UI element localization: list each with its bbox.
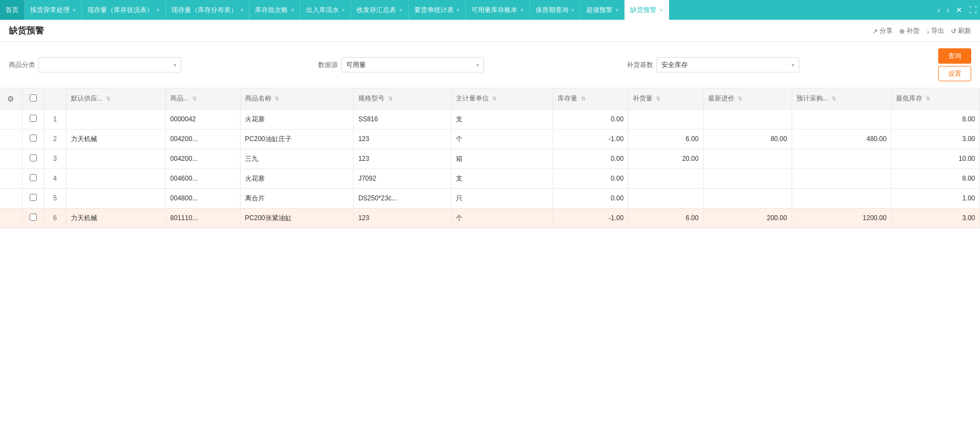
nav-close-button[interactable]: ✕ bbox=[953, 0, 966, 20]
close-icon[interactable]: × bbox=[240, 7, 243, 13]
filter-bar: 商品分类 ▾ 数据源 可用量 ▾ 补货基数 安全库存 ▾ bbox=[0, 42, 980, 88]
tab-shortage[interactable]: 缺货预警 × bbox=[625, 0, 669, 20]
close-icon[interactable]: × bbox=[342, 7, 345, 13]
restock-button[interactable]: ⊕ 补货 bbox=[899, 26, 920, 36]
sort-icon[interactable]: ⇅ bbox=[656, 96, 660, 102]
close-icon[interactable]: × bbox=[659, 7, 662, 13]
close-icon[interactable]: × bbox=[73, 7, 76, 13]
row-min-stock: 1.00 bbox=[891, 188, 979, 208]
refresh-button[interactable]: ↺ 刷新 bbox=[951, 26, 971, 36]
row-gear-cell bbox=[0, 169, 22, 188]
th-sku: 商品... ⇅ bbox=[165, 88, 240, 109]
row-spec: 123 bbox=[354, 149, 452, 169]
tab-avail[interactable]: 可用量库存账本 × bbox=[466, 0, 530, 20]
sort-icon[interactable]: ⇅ bbox=[192, 96, 197, 102]
share-icon: ↗ bbox=[872, 27, 878, 35]
tab-inv2[interactable]: 现存量（库存分布表） × bbox=[166, 0, 249, 20]
sort-icon[interactable]: ⇅ bbox=[926, 96, 930, 102]
row-price bbox=[703, 149, 792, 169]
nav-next-button[interactable]: › bbox=[943, 0, 953, 20]
nav-fullscreen-button[interactable]: ⛶ bbox=[966, 0, 980, 20]
row-min-stock: 10.00 bbox=[891, 149, 979, 169]
row-stock: -1.00 bbox=[553, 208, 628, 228]
export-icon: ↓ bbox=[926, 27, 929, 35]
filter-row: 商品分类 ▾ 数据源 可用量 ▾ 补货基数 安全库存 ▾ bbox=[9, 57, 927, 72]
row-sku: 004200... bbox=[165, 129, 240, 149]
replenish-select[interactable]: 安全库存 ▾ bbox=[656, 57, 799, 72]
row-purchase: 480.00 bbox=[792, 129, 891, 149]
replenish-value: 安全库存 bbox=[661, 60, 688, 70]
row-number: 2 bbox=[44, 129, 66, 149]
row-purchase bbox=[792, 109, 891, 129]
close-icon[interactable]: × bbox=[520, 7, 524, 13]
filter-actions: 查询 设置 bbox=[938, 48, 971, 81]
close-icon[interactable]: × bbox=[291, 7, 294, 13]
row-checkbox[interactable] bbox=[30, 194, 37, 201]
row-checkbox[interactable] bbox=[30, 174, 37, 181]
nav-prev-button[interactable]: ‹ bbox=[934, 0, 944, 20]
row-checkbox[interactable] bbox=[30, 214, 37, 221]
row-supplier: 力天机械 bbox=[66, 208, 165, 228]
row-supplier bbox=[66, 169, 165, 188]
th-price: 最新进价 ⇅ bbox=[703, 88, 792, 109]
row-checkbox[interactable] bbox=[30, 115, 37, 122]
page-title: 缺货预警 bbox=[9, 25, 44, 37]
sort-icon[interactable]: ⇅ bbox=[388, 96, 393, 102]
chevron-down-icon: ▾ bbox=[792, 62, 794, 68]
tab-overstock[interactable]: 超储预警 × bbox=[581, 0, 625, 20]
tab-order[interactable]: 要货单统计表 × bbox=[409, 0, 466, 20]
row-stock: 0.00 bbox=[553, 188, 628, 208]
select-all-checkbox[interactable] bbox=[30, 94, 37, 102]
row-price bbox=[703, 109, 792, 129]
settings-button[interactable]: 设置 bbox=[938, 66, 971, 81]
tab-pick[interactable]: 拣货异常处理 × bbox=[25, 0, 82, 20]
filter-group-category: 商品分类 ▾ bbox=[9, 57, 309, 72]
tab-batch[interactable]: 库存批次账 × bbox=[249, 0, 300, 20]
row-checkbox[interactable] bbox=[30, 154, 37, 161]
share-button[interactable]: ↗ 分享 bbox=[872, 26, 893, 36]
refresh-icon: ↺ bbox=[951, 27, 956, 35]
row-supplier bbox=[66, 149, 165, 169]
tab-home[interactable]: 首页 bbox=[0, 0, 25, 20]
row-price bbox=[703, 188, 792, 208]
th-restock: 补货量 ⇅ bbox=[628, 88, 704, 109]
filter-group-replenish: 补货基数 安全库存 ▾ bbox=[627, 57, 927, 72]
row-stock: 0.00 bbox=[553, 169, 628, 188]
sort-icon[interactable]: ⇅ bbox=[275, 96, 279, 102]
row-product-name: 火花塞 bbox=[240, 169, 353, 188]
tab-flow[interactable]: 出入库流水 × bbox=[300, 0, 351, 20]
datasource-select[interactable]: 可用量 ▾ bbox=[341, 57, 484, 72]
row-purchase bbox=[792, 169, 891, 188]
close-icon[interactable]: × bbox=[571, 7, 575, 13]
row-checkbox[interactable] bbox=[30, 135, 37, 142]
tab-expiry[interactable]: 保质期查询 × bbox=[530, 0, 581, 20]
row-min-stock: 8.00 bbox=[891, 169, 979, 188]
sort-icon[interactable]: ⇅ bbox=[581, 96, 586, 102]
sort-icon[interactable]: ⇅ bbox=[738, 96, 742, 102]
row-checkbox-cell bbox=[22, 109, 44, 129]
close-icon[interactable]: × bbox=[615, 7, 619, 13]
tab-summary[interactable]: 收发存汇总表 × bbox=[351, 0, 408, 20]
row-spec: SS816 bbox=[354, 109, 452, 129]
page-container: 缺货预警 ↗ 分享 ⊕ 补货 ↓ 导出 ↺ 刷新 商品分类 bbox=[0, 20, 980, 437]
category-select[interactable]: ▾ bbox=[38, 57, 181, 72]
chevron-down-icon: ▾ bbox=[174, 62, 176, 68]
close-icon[interactable]: × bbox=[456, 7, 460, 13]
nav-controls: ‹ › ✕ ⛶ bbox=[934, 0, 980, 20]
row-number: 6 bbox=[44, 208, 66, 228]
sort-icon[interactable]: ⇅ bbox=[832, 96, 836, 102]
row-purchase: 1200.00 bbox=[792, 208, 891, 228]
sort-icon[interactable]: ⇅ bbox=[106, 96, 110, 102]
sort-icon[interactable]: ⇅ bbox=[492, 96, 497, 102]
tab-inv1[interactable]: 现存量（库存状况表） × bbox=[82, 0, 165, 20]
query-button[interactable]: 查询 bbox=[938, 48, 971, 64]
th-gear: ⚙ bbox=[0, 88, 22, 109]
row-checkbox-cell bbox=[22, 129, 44, 149]
row-product-name: 火花塞 bbox=[240, 109, 353, 129]
column-settings-button[interactable]: ⚙ bbox=[7, 94, 14, 103]
row-supplier bbox=[66, 109, 165, 129]
export-button[interactable]: ↓ 导出 bbox=[926, 26, 944, 36]
close-icon[interactable]: × bbox=[156, 7, 159, 13]
row-supplier bbox=[66, 188, 165, 208]
close-icon[interactable]: × bbox=[399, 7, 402, 13]
